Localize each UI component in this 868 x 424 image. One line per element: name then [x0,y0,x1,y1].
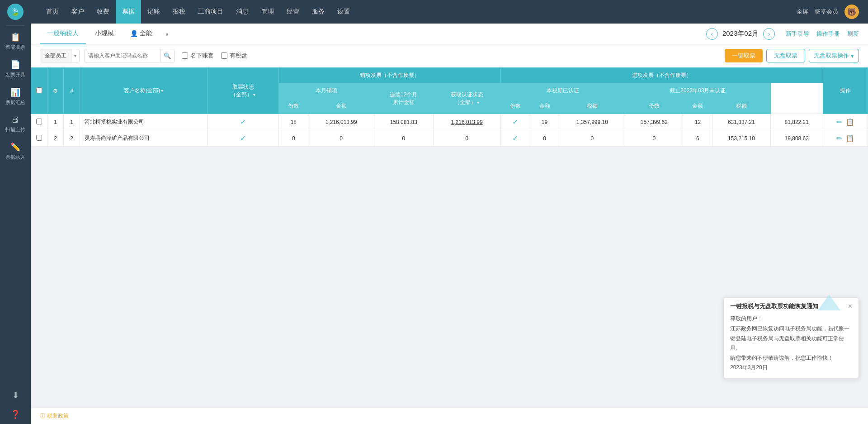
customer-filter-icon[interactable]: ▾ [161,88,163,93]
row-until-amount: 631,337.21 [712,114,770,130]
nav-accounting[interactable]: 记账 [141,0,166,24]
nav-manage[interactable]: 管理 [255,0,280,24]
view-icon[interactable]: 📋 [846,118,854,126]
search-input[interactable] [85,52,160,59]
notification-title: 一键报税与无盘取票功能恢复通知 [730,302,818,310]
th-purchase-invoice: 进项发票（不含作废票） [500,68,823,83]
row-sales-cumulative: 0 [433,130,500,147]
operation-manual-link[interactable]: 操作手册 [816,30,840,38]
nav-business[interactable]: 工商项目 [192,0,230,24]
nav-billing[interactable]: 收费 [90,0,116,24]
row-cert-status: ✓ [500,114,530,130]
nav-operation[interactable]: 经营 [280,0,306,24]
tab-more[interactable]: ∨ [161,31,173,37]
th-checkbox [31,68,47,114]
nav-home[interactable]: 首页 [40,0,65,24]
row-sales-tax: 158,081.83 [374,114,433,130]
employee-filter-arrow[interactable]: ▾ [71,49,79,62]
tab-small[interactable]: 小规模 [88,24,121,44]
sidebar-logo: 🍃 [0,0,31,24]
th-until-tax: 税额 [712,99,770,114]
view-icon[interactable]: 📋 [846,134,854,142]
tax-policy-link[interactable]: ⓘ 税务政策 [40,412,69,420]
cert-filter-icon[interactable]: ▾ [477,100,479,105]
checkbox-group: 名下账套 有税盘 [182,52,247,60]
row-sales-amount: 0 [308,130,374,147]
th-until: 截止2023年03月未认证 [625,83,770,99]
nav-settings[interactable]: 设置 [331,0,356,24]
status-filter-icon[interactable]: ▾ [253,92,255,97]
row-customer: 灵寿县尚泽矿产品有限公司 [80,130,208,147]
edit-icon[interactable]: ✏ [836,134,842,142]
sidebar-item-scan-upload[interactable]: 🖨 扫描上传 [0,110,31,138]
one-click-button[interactable]: 一键取票 [725,49,763,62]
notification-content: 江苏政务网已恢复访问电子税务局功能，易代账一键登陆电子税务局与无盘取票相关功能可… [730,324,852,353]
checkbox-has-taxdisk[interactable]: 有税盘 [221,52,247,60]
nav-tax[interactable]: 报税 [166,0,192,24]
sidebar-item-invoice-summary[interactable]: 📊 票据汇总 [0,83,31,110]
status-check-icon: ✓ [240,118,246,126]
notification-close-button[interactable]: × [848,302,852,310]
has-taxdisk-checkbox[interactable] [221,52,227,59]
th-current-period: 本税期已认证 [500,83,625,99]
row-checkbox-cell [31,130,47,147]
my-accounts-checkbox[interactable] [182,52,188,59]
sidebar-item-smart-get[interactable]: 📋 智能取票 [0,28,31,55]
row-until-copies: 12 [683,114,712,130]
cert-check-icon: ✓ [512,118,518,126]
nav-customer[interactable]: 客户 [65,0,90,24]
refresh-link[interactable]: 刷新 [847,30,859,38]
th-config: ⚙ [47,68,64,114]
fullscreen-button[interactable]: 全屏 [797,8,808,16]
notification-panel: 一键报税与无盘取票功能恢复通知 × 尊敬的用户： 江苏政务网已恢复访问电子税务局… [723,297,859,379]
sidebar-item-data-entry[interactable]: ✏️ 票据录入 [0,138,31,165]
new-guide-link[interactable]: 新手引导 [786,30,809,38]
no-disk-button[interactable]: 无盘取票 [766,49,805,62]
search-box[interactable]: 🔍 [84,49,175,62]
table-row: 1 1 河北柯搭桃实业有限公司 ✓ 18 1,216,013.99 158,08… [31,114,868,130]
checkbox-my-accounts[interactable]: 名下账套 [182,52,214,60]
status-check-icon: ✓ [240,134,246,142]
member-button[interactable]: 畅享会员 [815,8,838,16]
tax-policy-icon: ⓘ [40,412,45,420]
row-cert-status: ✓ [500,130,530,147]
tab-general[interactable]: 一般纳税人 [40,24,86,44]
nav-service[interactable]: 服务 [306,0,331,24]
scan-upload-icon: 🖨 [11,115,19,124]
search-button[interactable]: 🔍 [160,49,174,62]
more-actions-button[interactable]: 无盘取票操作 ▾ [809,49,859,62]
th-until-amount: 金额 [683,99,712,114]
period-label: 2023年02月 [722,29,759,38]
employee-filter[interactable]: 全部员工 ▾ [40,49,80,62]
toolbar: 全部员工 ▾ 🔍 名下账套 有税盘 一键取票 无盘取票 无盘取票操作 ▾ [31,44,868,67]
nav-message[interactable]: 消息 [230,0,255,24]
cumulative-link[interactable]: 0 [465,135,468,142]
toolbar-right: 一键取票 无盘取票 无盘取票操作 ▾ [725,49,859,62]
period-next[interactable]: › [763,28,775,40]
svg-text:🍃: 🍃 [11,8,20,16]
nav-invoice[interactable]: 票据 [116,0,141,24]
cumulative-link[interactable]: 1,216,013.99 [451,119,483,125]
select-all-checkbox[interactable] [36,87,42,93]
data-entry-icon: ✏️ [10,142,20,152]
avatar[interactable]: 🐻 [844,5,859,19]
row-sales-amount: 1,216,013.99 [308,114,374,130]
row-checkbox[interactable] [36,135,42,141]
sidebar-item-download[interactable]: ⬇ [0,386,31,405]
notification-apology: 给您带来的不便敬请谅解，祝您工作愉快！ [730,353,852,363]
period-prev[interactable]: ‹ [706,28,718,40]
sidebar-item-label: 票据录入 [5,154,25,161]
notification-body: 尊敬的用户： 江苏政务网已恢复访问电子税务局功能，易代账一键登陆电子税务局与无盘… [724,314,859,378]
sidebar-item-invoice-open[interactable]: 📄 发票开具 [0,55,31,83]
row-customer: 河北柯搭桃实业有限公司 [80,114,208,130]
row-num: 1 [47,114,64,130]
edit-icon[interactable]: ✏ [836,118,842,126]
th-sales-invoice: 销项发票（不含作废票） [279,68,500,83]
invoice-summary-icon: 📊 [10,87,20,97]
row-purchase-amount: 0 [559,130,625,147]
tab-all[interactable]: 👤 全能 [123,24,160,44]
sidebar-item-help[interactable]: ❓ [0,405,31,424]
all-icon: 👤 [130,30,138,37]
sidebar-item-label: 智能取票 [5,44,25,51]
row-checkbox[interactable] [36,119,42,124]
